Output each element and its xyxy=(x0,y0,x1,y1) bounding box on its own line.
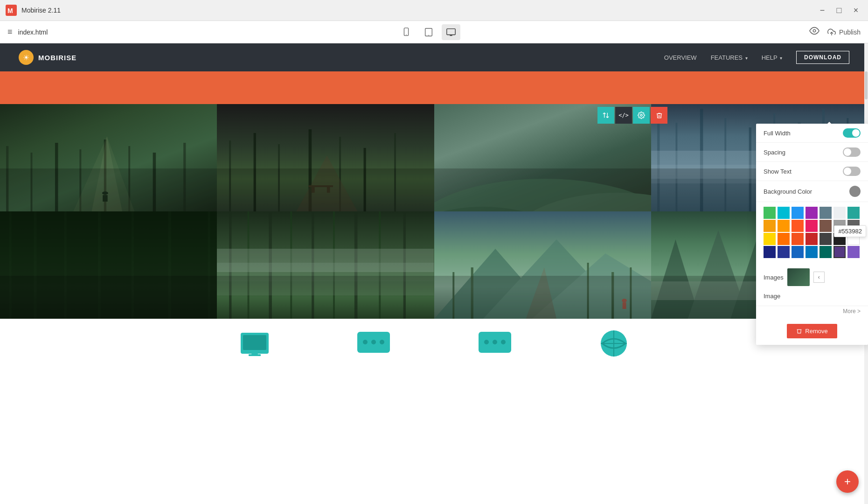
color-pink[interactable] xyxy=(806,220,818,232)
color-cyan[interactable] xyxy=(778,207,790,219)
color-gray1[interactable] xyxy=(833,207,846,219)
publish-button[interactable]: Publish xyxy=(827,28,861,36)
svg-rect-81 xyxy=(622,302,626,309)
more-link[interactable]: More > xyxy=(843,308,861,315)
bottom-icon-1 xyxy=(238,330,271,358)
svg-point-102 xyxy=(371,340,376,344)
svg-rect-80 xyxy=(630,267,632,319)
site-brand-name: MOBIRISE xyxy=(38,54,76,62)
nav-overview[interactable]: OVERVIEW xyxy=(664,54,697,61)
nav-download-button[interactable]: DOWNLOAD xyxy=(796,51,849,64)
desktop-view-button[interactable] xyxy=(442,24,460,40)
color-deeporange[interactable] xyxy=(792,220,804,232)
svg-point-33 xyxy=(434,207,575,211)
code-block-button[interactable]: </> xyxy=(615,107,632,124)
color-deepamber[interactable] xyxy=(778,233,790,245)
color-orange[interactable] xyxy=(778,220,790,232)
bottom-section xyxy=(0,319,868,370)
color-amber[interactable] xyxy=(764,220,776,232)
color-yellow[interactable] xyxy=(764,233,776,245)
gallery-cell-1 xyxy=(0,104,217,211)
color-blue[interactable] xyxy=(792,207,804,219)
bg-color-swatch[interactable] xyxy=(849,186,861,197)
toolbar: ≡ index.html xyxy=(0,21,868,43)
color-teal3[interactable] xyxy=(819,246,832,258)
remove-trash-icon xyxy=(796,328,802,334)
color-navyblue[interactable] xyxy=(792,246,804,258)
color-selected-purple[interactable] xyxy=(833,246,846,258)
show-text-row: Show Text xyxy=(756,162,868,181)
svg-point-95 xyxy=(640,114,642,116)
hex-value: #553982 xyxy=(838,228,862,235)
settings-caret xyxy=(826,122,833,126)
preview-button[interactable] xyxy=(809,26,819,38)
color-bluegray[interactable] xyxy=(819,207,832,219)
site-logo: ☀ xyxy=(19,50,34,65)
svg-point-108 xyxy=(501,340,506,344)
nav-help[interactable]: HELP ▾ xyxy=(762,54,782,61)
remove-button[interactable]: Remove xyxy=(787,324,837,338)
gallery-cell-5 xyxy=(0,211,217,319)
globe-bottom-icon xyxy=(597,329,630,357)
svg-marker-84 xyxy=(687,230,749,319)
svg-rect-51 xyxy=(64,211,67,319)
svg-rect-71 xyxy=(217,281,434,295)
code-icon: </> xyxy=(618,112,629,119)
minimize-button[interactable]: − xyxy=(816,4,829,17)
dense-forest-svg xyxy=(0,211,217,319)
svg-rect-76 xyxy=(452,272,454,319)
color-green[interactable] xyxy=(764,207,776,219)
spacing-knob xyxy=(844,148,851,156)
svg-rect-24 xyxy=(309,129,312,211)
color-purple[interactable] xyxy=(806,207,818,219)
eye-icon xyxy=(809,26,819,36)
mobile-view-button[interactable] xyxy=(397,24,416,40)
settings-block-button[interactable] xyxy=(633,107,650,124)
svg-rect-47 xyxy=(9,211,12,319)
fab-button[interactable]: + xyxy=(836,470,859,493)
chat-bottom-icon xyxy=(476,329,514,357)
message-bottom-icon xyxy=(355,329,392,357)
svg-rect-31 xyxy=(327,187,330,193)
color-deepred[interactable] xyxy=(792,233,804,245)
svg-rect-9 xyxy=(6,146,8,211)
color-darkgray[interactable] xyxy=(819,233,832,245)
mountain-svg xyxy=(434,211,651,319)
color-mauve[interactable] xyxy=(847,246,860,258)
tablet-view-button[interactable] xyxy=(419,24,438,40)
full-width-toggle[interactable] xyxy=(843,128,861,138)
fab-plus-icon: + xyxy=(844,475,851,488)
image-thumbnail[interactable] xyxy=(787,268,810,286)
svg-rect-79 xyxy=(611,272,614,319)
bg-color-label: Background Color xyxy=(764,188,812,195)
color-crimson[interactable] xyxy=(806,233,818,245)
svg-point-107 xyxy=(493,340,497,344)
close-button[interactable]: × xyxy=(849,4,862,17)
spacing-toggle[interactable] xyxy=(843,147,861,157)
reorder-block-button[interactable] xyxy=(597,107,614,124)
svg-rect-22 xyxy=(254,133,256,211)
svg-rect-12 xyxy=(79,149,81,211)
svg-rect-97 xyxy=(243,335,266,350)
nav-features[interactable]: FEATURES ▾ xyxy=(711,54,748,61)
svg-point-34 xyxy=(507,193,651,211)
hex-tooltip: #553982 xyxy=(834,225,866,237)
svg-rect-16 xyxy=(183,143,186,211)
color-indigodark[interactable] xyxy=(764,246,776,258)
svg-point-5 xyxy=(428,35,429,35)
hamburger-icon[interactable]: ≡ xyxy=(7,27,13,37)
trash-icon xyxy=(656,112,663,119)
delete-block-button[interactable] xyxy=(651,107,667,124)
svg-marker-28 xyxy=(297,155,358,211)
color-teal2[interactable] xyxy=(847,207,860,219)
color-indigo[interactable] xyxy=(778,246,790,258)
image-nav-prev[interactable]: ‹ xyxy=(813,272,825,283)
color-brown[interactable] xyxy=(819,220,832,232)
gallery-cell-6 xyxy=(217,211,434,319)
settings-panel: Full Width Spacing Show Text xyxy=(756,124,868,345)
tablet-icon xyxy=(424,27,434,37)
svg-rect-55 xyxy=(132,211,134,319)
show-text-toggle[interactable] xyxy=(843,167,861,176)
maximize-button[interactable]: □ xyxy=(833,4,846,17)
color-lightblue[interactable] xyxy=(806,246,818,258)
